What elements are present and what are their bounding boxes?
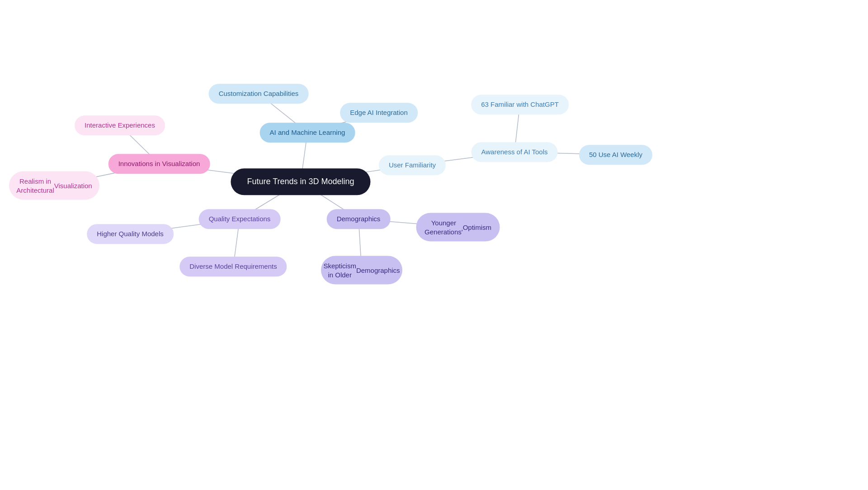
node-ai-weekly[interactable]: 50 Use AI Weekly [579,145,652,165]
node-innovations[interactable]: Innovations in Visualization [108,154,210,174]
node-younger[interactable]: Younger Generations'Optimism [416,213,500,242]
connections-layer [0,0,868,490]
node-quality-exp[interactable]: Quality Expectations [199,209,281,229]
node-realism[interactable]: Realism in ArchitecturalVisualization [9,171,99,200]
node-higher-quality[interactable]: Higher Quality Models [87,224,174,244]
node-chatgpt[interactable]: 63 Familiar with ChatGPT [471,95,569,114]
node-interactive[interactable]: Interactive Experiences [75,115,165,135]
node-ai-ml[interactable]: AI and Machine Learning [260,123,355,143]
node-customization[interactable]: Customization Capabilities [209,84,309,104]
node-skepticism[interactable]: Skepticism in OlderDemographics [321,256,402,285]
node-user-fam[interactable]: User Familiarity [379,155,446,175]
mind-map: Future Trends in 3D ModelingInnovations … [0,0,868,490]
node-awareness[interactable]: Awareness of AI Tools [471,142,557,162]
node-edge-ai[interactable]: Edge AI Integration [340,103,418,123]
node-demographics[interactable]: Demographics [327,209,391,229]
node-diverse-model[interactable]: Diverse Model Requirements [179,257,287,276]
node-center[interactable]: Future Trends in 3D Modeling [231,168,370,195]
